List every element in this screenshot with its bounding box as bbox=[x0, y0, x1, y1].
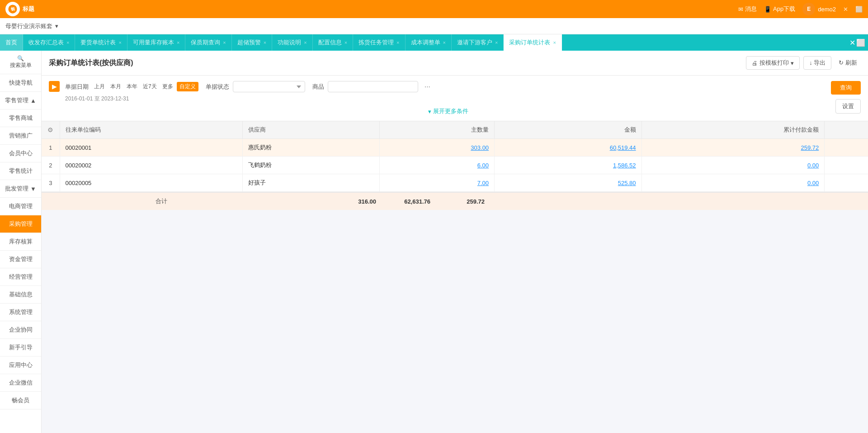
tab-close-function-desc[interactable]: × bbox=[304, 40, 307, 45]
export-btn[interactable]: ↓ 导出 bbox=[803, 56, 831, 70]
tab-invite-downstream[interactable]: 邀请下游客户 × bbox=[452, 34, 504, 51]
tab-close-pick-task[interactable]: × bbox=[396, 40, 399, 45]
sidebar-item-member-center[interactable]: 会员中心 bbox=[0, 145, 41, 162]
settings-btn[interactable]: 设置 bbox=[835, 99, 861, 114]
tab-close-available-stock[interactable]: × bbox=[177, 40, 179, 45]
tab-shelf-life[interactable]: 保质期查询 × bbox=[185, 34, 231, 51]
goods-input[interactable] bbox=[328, 81, 418, 92]
user-avatar[interactable]: E demo2 bbox=[802, 3, 836, 15]
row-quantity-1[interactable]: 303.00 bbox=[379, 139, 494, 157]
sidebar-item-retail-mgmt[interactable]: 零售管理 ▲ bbox=[0, 92, 41, 109]
refresh-icon: ↻ bbox=[839, 59, 844, 66]
filter-toggle-btn[interactable]: ▶ bbox=[49, 81, 60, 92]
tab-function-desc[interactable]: 功能说明 × bbox=[272, 34, 312, 51]
tab-overstock-warning[interactable]: 超储预警 × bbox=[232, 34, 272, 51]
footer-quantity: 316.00 bbox=[327, 198, 382, 205]
date-last-month-btn[interactable]: 上月 bbox=[92, 82, 107, 91]
row-index-3: 3 bbox=[42, 174, 60, 192]
sidebar-item-retail-stats[interactable]: 零售统计 bbox=[0, 162, 41, 180]
tab-close-overstock-warning[interactable]: × bbox=[264, 40, 266, 45]
query-btn[interactable]: 查询 bbox=[831, 81, 861, 95]
template-print-btn[interactable]: 🖨 按模板打印 ▾ bbox=[746, 56, 800, 70]
sidebar-item-ops-mgmt[interactable]: 经营管理 bbox=[0, 268, 41, 286]
app-download-btn[interactable]: 📱 App下载 bbox=[764, 5, 795, 13]
expand-more-btn[interactable]: ▾ 展开更多条件 bbox=[65, 107, 831, 115]
tab-config-info[interactable]: 配置信息 × bbox=[313, 34, 353, 51]
tab-close-cost-adjust[interactable]: × bbox=[443, 40, 446, 45]
tab-available-stock[interactable]: 可用量库存账本 × bbox=[127, 34, 185, 51]
workspace-selector[interactable]: 母婴行业演示账套 ▾ bbox=[5, 22, 58, 30]
sidebar-item-quick-nav[interactable]: 快捷导航 bbox=[0, 74, 41, 92]
row-index-2: 2 bbox=[42, 157, 60, 174]
filter-goods-item: 商品 ··· bbox=[312, 81, 433, 92]
refresh-btn[interactable]: ↻ 刷新 bbox=[835, 57, 861, 69]
filter-main: ▶ 单据日期 上月 本月 本年 近7天 更多 自定义 bbox=[49, 81, 861, 115]
sidebar-item-enterprise-wechat[interactable]: 企业微信 bbox=[0, 374, 41, 392]
date-this-month-btn[interactable]: 本月 bbox=[108, 82, 123, 91]
sidebar-item-system-mgmt[interactable]: 系统管理 bbox=[0, 304, 41, 321]
sidebar-item-marketing[interactable]: 营销推广 bbox=[0, 127, 41, 145]
tab-purchase-summary[interactable]: 采购订单统计表 × bbox=[504, 34, 561, 51]
date-this-year-btn[interactable]: 本年 bbox=[125, 82, 139, 91]
row-paid-amount-2[interactable]: 0.00 bbox=[642, 157, 825, 174]
date-shortcuts: 上月 本月 本年 近7天 更多 自定义 bbox=[92, 82, 198, 91]
tab-close-shelf-life[interactable]: × bbox=[223, 40, 226, 45]
page-header: 采购订单统计表(按供应商) 🖨 按模板打印 ▾ ↓ 导出 ↻ 刷新 bbox=[42, 51, 868, 76]
sidebar: 🔍 搜索菜单 快捷导航 零售管理 ▲ 零售商城 营销推广 会员中心 零售统计 批… bbox=[0, 51, 42, 433]
row-paid-amount-3[interactable]: 0.00 bbox=[642, 174, 825, 192]
tab-order-summary[interactable]: 要货单统计表 × bbox=[75, 34, 127, 51]
tab-cost-adjust[interactable]: 成本调整单 × bbox=[406, 34, 452, 51]
date-7days-btn[interactable]: 近7天 bbox=[141, 82, 159, 91]
date-custom-btn[interactable]: 自定义 bbox=[177, 82, 198, 91]
sidebar-item-ecommerce-mgmt[interactable]: 电商管理 bbox=[0, 198, 41, 215]
row-amount-2[interactable]: 1,586.52 bbox=[495, 157, 642, 174]
chevron-up-icon: ▲ bbox=[30, 97, 36, 104]
sidebar-item-enterprise-collab[interactable]: 企业协同 bbox=[0, 321, 41, 339]
footer-label: 合计 bbox=[156, 197, 327, 205]
tab-close-config-info[interactable]: × bbox=[344, 40, 347, 45]
footer-amount: 62,631.76 bbox=[382, 198, 436, 205]
tab-close-receive-summary[interactable]: × bbox=[66, 40, 69, 45]
tab-home[interactable]: 首页 bbox=[0, 34, 23, 51]
svg-text:畅: 畅 bbox=[11, 7, 15, 11]
goods-more-btn[interactable]: ··· bbox=[422, 82, 433, 92]
date-more-btn[interactable]: 更多 bbox=[160, 82, 175, 91]
sidebar-item-stock-check[interactable]: 库存核算 bbox=[0, 233, 41, 251]
gear-icon[interactable]: ⚙ bbox=[47, 126, 53, 133]
filter-status-item: 单据状态 bbox=[206, 81, 305, 92]
tab-pick-task[interactable]: 拣货任务管理 × bbox=[353, 34, 405, 51]
sidebar-item-new-guide[interactable]: 新手引导 bbox=[0, 339, 41, 357]
sidebar-item-finance-mgmt[interactable]: 资金管理 bbox=[0, 251, 41, 268]
top-bar-right: ✉ 消息 📱 App下载 E demo2 ✕ ⬜ bbox=[738, 3, 863, 15]
tab-close-all-btn[interactable]: ✕ bbox=[849, 38, 855, 47]
page-title: 采购订单统计表(按供应商) bbox=[49, 58, 133, 68]
sidebar-item-retail-store[interactable]: 零售商城 bbox=[0, 109, 41, 127]
row-paid-amount-1[interactable]: 259.72 bbox=[642, 139, 825, 157]
message-btn[interactable]: ✉ 消息 bbox=[738, 5, 757, 13]
date-label: 单据日期 bbox=[65, 83, 89, 91]
sidebar-item-vip-member[interactable]: 畅会员 bbox=[0, 392, 41, 409]
sidebar-item-wholesale-mgmt[interactable]: 批发管理 ▼ bbox=[0, 180, 41, 198]
sidebar-item-app-center[interactable]: 应用中心 bbox=[0, 357, 41, 374]
message-icon: ✉ bbox=[738, 6, 743, 13]
tab-close-invite-downstream[interactable]: × bbox=[495, 40, 498, 45]
sidebar-item-purchase-mgmt[interactable]: 采购管理 bbox=[0, 215, 41, 233]
tab-fullscreen-btn[interactable]: ⬜ bbox=[856, 38, 865, 47]
row-quantity-3[interactable]: 7.00 bbox=[379, 174, 494, 192]
col-amount: 金额 bbox=[495, 121, 642, 139]
window-restore-btn[interactable]: ⬜ bbox=[855, 6, 863, 13]
search-menu-label: 搜索菜单 bbox=[4, 62, 38, 69]
sidebar-item-basic-info[interactable]: 基础信息 bbox=[0, 286, 41, 304]
row-extra-2 bbox=[825, 157, 868, 174]
status-select[interactable] bbox=[233, 81, 305, 92]
tab-close-purchase-summary[interactable]: × bbox=[553, 40, 556, 45]
row-amount-3[interactable]: 525.80 bbox=[495, 174, 642, 192]
workspace-bar: 母婴行业演示账套 ▾ bbox=[0, 18, 868, 34]
tab-receive-summary[interactable]: 收发存汇总表 × bbox=[23, 34, 75, 51]
row-amount-1[interactable]: 60,519.44 bbox=[495, 139, 642, 157]
window-close-btn[interactable]: ✕ bbox=[843, 6, 848, 13]
row-supplier-3: 好孩子 bbox=[243, 174, 380, 192]
tab-close-order-summary[interactable]: × bbox=[118, 40, 121, 45]
sidebar-search[interactable]: 🔍 搜索菜单 bbox=[0, 51, 41, 74]
row-quantity-2[interactable]: 6.00 bbox=[379, 157, 494, 174]
